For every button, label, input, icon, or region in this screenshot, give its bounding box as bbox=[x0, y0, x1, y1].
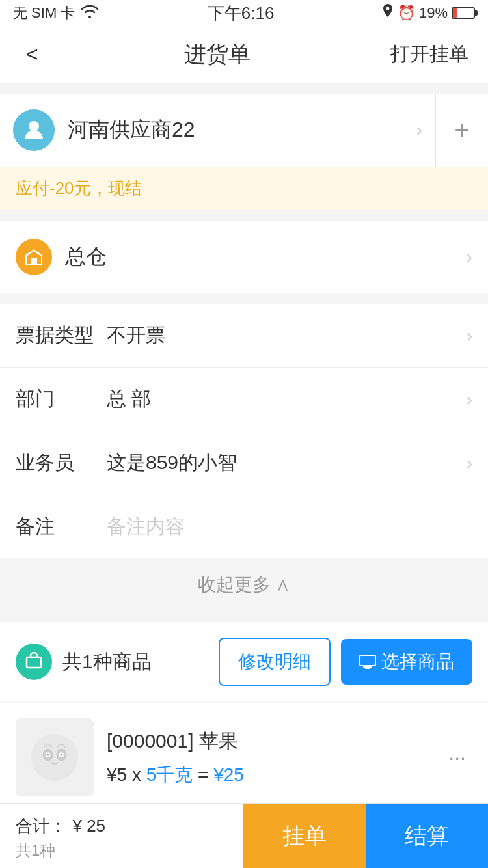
warehouse-icon bbox=[16, 239, 52, 275]
invoice-type-row[interactable]: 票据类型 不开票 › bbox=[0, 304, 488, 368]
dept-chevron-icon: › bbox=[467, 389, 472, 410]
product-item: [0000001] 苹果 ¥5 x 5千克 = ¥25 ··· bbox=[0, 703, 488, 812]
page-title: 进货单 bbox=[184, 40, 251, 70]
open-hold-button[interactable]: 打开挂单 bbox=[390, 41, 468, 68]
product-qty: 5千克 bbox=[146, 765, 193, 785]
product-thumbnail bbox=[16, 718, 94, 796]
svg-point-10 bbox=[61, 753, 62, 755]
remark-label: 备注 bbox=[16, 513, 107, 540]
multiply-sign: x bbox=[132, 765, 146, 785]
battery-icon bbox=[452, 7, 475, 19]
remark-input[interactable]: 备注内容 bbox=[107, 513, 472, 540]
status-time: 下午6:16 bbox=[208, 2, 275, 25]
form-section: 票据类型 不开票 › 部门 总 部 › 业务员 这是859的小智 › 备注 备注… bbox=[0, 304, 488, 558]
total-amount: 合计： ¥ 25 bbox=[16, 811, 228, 837]
product-header: 共1种商品 修改明细 选择商品 bbox=[0, 622, 488, 701]
edit-detail-button[interactable]: 修改明细 bbox=[219, 638, 331, 686]
total-info: 合计： ¥ 25 共1种 bbox=[0, 811, 243, 861]
salesperson-chevron-icon: › bbox=[467, 453, 472, 474]
product-price-row: ¥5 x 5千克 = ¥25 bbox=[107, 763, 429, 787]
supplier-selector[interactable]: 河南供应商22 › bbox=[0, 94, 436, 167]
product-title: 苹果 bbox=[199, 730, 238, 752]
footer: 合计： ¥ 25 共1种 挂单 结算 bbox=[0, 803, 488, 868]
warehouse-chevron-icon: › bbox=[467, 247, 472, 267]
wifi-icon bbox=[80, 4, 100, 22]
product-name: [0000001] 苹果 bbox=[107, 728, 429, 755]
warehouse-section[interactable]: 总仓 › bbox=[0, 221, 488, 293]
product-code: [0000001] bbox=[107, 730, 193, 752]
product-info: [0000001] 苹果 ¥5 x 5千克 = ¥25 bbox=[107, 728, 429, 787]
status-left: 无 SIM 卡 bbox=[13, 3, 100, 23]
status-bar: 无 SIM 卡 下午6:16 ⏰ 19% bbox=[0, 0, 488, 26]
hold-button[interactable]: 挂单 bbox=[243, 804, 366, 869]
invoice-label: 票据类型 bbox=[16, 322, 107, 349]
product-subtotal: ¥25 bbox=[213, 765, 244, 785]
alarm-icon: ⏰ bbox=[398, 5, 415, 21]
price-unit: ¥5 bbox=[107, 765, 127, 785]
product-more-button[interactable]: ··· bbox=[442, 739, 472, 776]
carrier-text: 无 SIM 卡 bbox=[13, 3, 75, 23]
svg-rect-1 bbox=[31, 258, 37, 264]
invoice-chevron-icon: › bbox=[467, 325, 472, 346]
warehouse-name: 总仓 bbox=[65, 243, 467, 271]
svg-rect-3 bbox=[360, 655, 375, 666]
dept-row[interactable]: 部门 总 部 › bbox=[0, 368, 488, 431]
supplier-section: 河南供应商22 › + bbox=[0, 94, 488, 167]
salesperson-label: 业务员 bbox=[16, 450, 107, 476]
chevron-right-icon: › bbox=[416, 120, 422, 141]
nav-bar: < 进货单 打开挂单 bbox=[0, 26, 488, 83]
select-product-label: 选择商品 bbox=[381, 649, 454, 674]
status-right: ⏰ 19% bbox=[382, 4, 475, 22]
supplier-avatar bbox=[13, 109, 55, 151]
salesperson-value: 这是859的小智 bbox=[107, 450, 467, 476]
svg-rect-2 bbox=[27, 657, 41, 668]
supplier-name: 河南供应商22 bbox=[68, 116, 416, 144]
supplier-notice: 应付-20元，现结 bbox=[0, 167, 488, 210]
invoice-value: 不开票 bbox=[107, 322, 467, 349]
add-supplier-button[interactable]: + bbox=[436, 94, 488, 167]
location-icon bbox=[382, 4, 394, 22]
remark-row[interactable]: 备注 备注内容 bbox=[0, 495, 488, 558]
select-product-button[interactable]: 选择商品 bbox=[341, 639, 472, 685]
svg-point-0 bbox=[29, 121, 39, 131]
salesperson-row[interactable]: 业务员 这是859的小智 › bbox=[0, 431, 488, 495]
dept-label: 部门 bbox=[16, 386, 107, 413]
product-count-text: 共1种商品 bbox=[62, 649, 208, 675]
total-value: ¥ 25 bbox=[72, 816, 105, 835]
svg-point-4 bbox=[31, 734, 78, 781]
back-button[interactable]: < bbox=[20, 36, 45, 73]
total-label: 合计： bbox=[16, 816, 66, 835]
dept-value: 总 部 bbox=[107, 386, 467, 413]
checkout-button[interactable]: 结算 bbox=[366, 804, 488, 869]
equals-sign: = bbox=[198, 765, 213, 785]
collapse-bar[interactable]: 收起更多 ∧ bbox=[0, 558, 488, 612]
battery-percent: 19% bbox=[419, 5, 448, 21]
total-count: 共1种 bbox=[16, 840, 228, 861]
svg-point-9 bbox=[47, 753, 49, 755]
product-count-icon bbox=[16, 644, 52, 680]
